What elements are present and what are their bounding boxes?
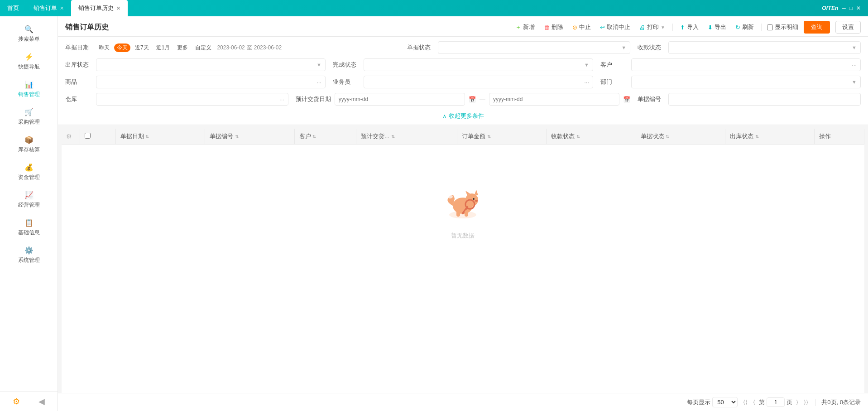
col-voucher-status-label: 单据状态 xyxy=(641,133,664,140)
show-details-checkbox[interactable] xyxy=(767,24,773,30)
col-date-label: 单据日期 xyxy=(120,133,144,140)
export-icon: ⬇ xyxy=(708,24,713,31)
delivery-date-to[interactable] xyxy=(489,93,619,106)
tab-sales-order[interactable]: 销售订单 ✕ xyxy=(26,0,71,16)
delivery-date-from-input[interactable] xyxy=(339,96,379,102)
payment-status-select[interactable]: ▼ xyxy=(668,41,861,54)
date-range-start-text: 2023-06-02 xyxy=(217,44,245,51)
tab-sales-order-history-close[interactable]: ✕ xyxy=(116,5,120,11)
empty-illustration xyxy=(440,181,485,226)
dept-select[interactable]: ▼ xyxy=(631,76,861,88)
sidebar-label-quick-nav: 快捷导航 xyxy=(18,63,40,71)
table-area: ⚙ 单据日期 ⇅ 单据编号 ⇅ xyxy=(62,129,864,393)
export-button[interactable]: ⬇ 导出 xyxy=(706,22,728,32)
sidebar-item-sales-mgmt[interactable]: 📊 销售管理 xyxy=(0,75,58,103)
goods-input[interactable]: ··· xyxy=(96,76,326,88)
col-voucher-no-sort-icon: ⇅ xyxy=(235,134,239,139)
collapse-row: ∧ 收起更多条件 xyxy=(65,110,861,120)
order-status-chevron-icon: ▼ xyxy=(621,45,626,50)
page-nav: ⟨⟨ ⟨ 第 页 ⟩ ⟩⟩ xyxy=(741,397,810,407)
order-status-select[interactable]: ▼ xyxy=(438,41,630,54)
per-page-dropdown[interactable]: 50 100 200 xyxy=(712,397,738,407)
window-maximize[interactable]: □ xyxy=(849,5,853,11)
order-status-label: 单据状态 xyxy=(407,44,434,52)
warehouse-out-label: 出库状态 xyxy=(65,61,92,69)
collapse-button[interactable]: ∧ 收起更多条件 xyxy=(442,112,484,120)
window-minimize[interactable]: ─ xyxy=(842,5,846,11)
col-voucher-status[interactable]: 单据状态 ⇅ xyxy=(636,129,725,145)
stop-button[interactable]: ⊘ 中止 xyxy=(571,22,593,32)
import-icon: ⬆ xyxy=(680,24,685,31)
col-warehouse-out[interactable]: 出库状态 ⇅ xyxy=(725,129,814,145)
date-range-inputs: 2023-06-02 至 2023-06-02 xyxy=(217,44,282,52)
page-last-button[interactable]: ⟩⟩ xyxy=(802,398,810,406)
voucher-no-input[interactable] xyxy=(668,93,861,106)
tab-home[interactable]: 首页 xyxy=(0,0,26,16)
warehouse-input[interactable]: ··· xyxy=(96,93,288,106)
delivery-date-from[interactable] xyxy=(335,93,465,106)
sidebar-item-quick-nav[interactable]: ⚡ 快捷导航 xyxy=(0,48,58,75)
page-header: 销售订单历史 ＋ 新增 🗑 删除 ⊘ 中止 ↩ 取消中止 xyxy=(58,16,868,37)
col-delivery-date[interactable]: 预计交货... ⇅ xyxy=(356,129,457,145)
page-prev-button[interactable]: ⟨ xyxy=(751,398,757,406)
settings-button[interactable]: 设置 xyxy=(835,21,861,34)
col-order-amount[interactable]: 订单金额 ⇅ xyxy=(457,129,546,145)
add-button[interactable]: ＋ 新增 xyxy=(513,22,537,32)
page-label: 页 xyxy=(786,398,792,406)
date-btn-7days[interactable]: 近7天 xyxy=(132,44,152,52)
quick-nav-icon: ⚡ xyxy=(24,52,34,61)
sidebar-item-search-menu[interactable]: 🔍 搜索菜单 xyxy=(0,20,58,48)
sidebar-item-ops-mgmt[interactable]: 📈 经营管理 xyxy=(0,186,58,213)
sidebar-item-finance-mgmt[interactable]: 💰 资金管理 xyxy=(0,158,58,186)
date-btn-yesterday[interactable]: 昨天 xyxy=(96,44,112,52)
tab-sales-order-close[interactable]: ✕ xyxy=(60,5,64,11)
col-customer-label: 客户 xyxy=(299,133,311,140)
print-button[interactable]: 🖨 打印 ▼ xyxy=(638,22,667,32)
cancel-stop-button[interactable]: ↩ 取消中止 xyxy=(598,22,632,32)
date-btn-more[interactable]: 更多 xyxy=(174,44,191,52)
svg-point-5 xyxy=(473,198,475,200)
dept-chevron-icon: ▼ xyxy=(852,79,857,85)
sidebar-item-basic-info[interactable]: 📋 基础信息 xyxy=(0,213,58,241)
page-next-button[interactable]: ⟩ xyxy=(794,398,800,406)
col-customer[interactable]: 客户 ⇅ xyxy=(294,129,356,145)
sidebar-label-ops-mgmt: 经营管理 xyxy=(18,201,40,209)
sidebar-item-system-mgmt[interactable]: ⚙️ 系统管理 xyxy=(0,241,58,269)
select-all-checkbox[interactable] xyxy=(85,133,91,139)
table-settings-icon[interactable]: ⚙ xyxy=(66,133,72,140)
settings-bottom-icon[interactable]: ⚙ xyxy=(13,396,20,406)
per-page-label: 每页显示 xyxy=(687,398,710,406)
page-number-input[interactable] xyxy=(767,397,785,407)
show-details-label: 显示明细 xyxy=(775,23,798,31)
query-button[interactable]: 查询 xyxy=(804,21,830,34)
import-button[interactable]: ⬆ 导入 xyxy=(678,22,700,32)
empty-state: 暂无数据 xyxy=(62,145,864,276)
date-btn-1month[interactable]: 近1月 xyxy=(153,44,173,52)
col-voucher-no[interactable]: 单据编号 ⇅ xyxy=(205,129,294,145)
col-order-amount-sort-icon: ⇅ xyxy=(487,134,491,139)
complete-status-select[interactable]: ▼ xyxy=(364,58,593,71)
sidebar-item-purchase-mgmt[interactable]: 🛒 采购管理 xyxy=(0,103,58,131)
filter-date: 单据日期 昨天 今天 近7天 近1月 更多 自定义 2023-06-02 xyxy=(65,44,400,52)
table-header-row: ⚙ 单据日期 ⇅ 单据编号 ⇅ xyxy=(62,129,864,145)
sidebar-item-inventory-check[interactable]: 📦 库存核算 xyxy=(0,131,58,158)
calendar-to-icon[interactable]: 📅 xyxy=(623,96,630,103)
sales-rep-input[interactable]: ··· xyxy=(364,76,593,88)
col-date[interactable]: 单据日期 ⇅ xyxy=(115,129,205,145)
expand-bottom-icon[interactable]: ◀ xyxy=(38,396,45,406)
warehouse-out-select[interactable]: ▼ xyxy=(96,58,326,71)
window-close[interactable]: ✕ xyxy=(856,5,861,11)
date-btn-today[interactable]: 今天 xyxy=(114,44,130,52)
refresh-button[interactable]: ↻ 刷新 xyxy=(734,22,756,32)
tab-sales-order-history[interactable]: 销售订单历史 ✕ xyxy=(71,0,128,16)
calendar-from-icon[interactable]: 📅 xyxy=(469,96,476,103)
date-btn-custom[interactable]: 自定义 xyxy=(192,44,214,52)
customer-input[interactable]: ··· xyxy=(631,58,861,71)
svg-rect-10 xyxy=(465,210,468,217)
delivery-date-to-input[interactable] xyxy=(493,96,534,102)
show-details-checkbox-label[interactable]: 显示明细 xyxy=(767,23,798,31)
delete-button[interactable]: 🗑 删除 xyxy=(542,22,565,32)
col-payment-status[interactable]: 收款状态 ⇅ xyxy=(547,129,636,145)
date-filter-control: 昨天 今天 近7天 近1月 更多 自定义 2023-06-02 至 2023-0… xyxy=(96,44,282,52)
page-first-button[interactable]: ⟨⟨ xyxy=(741,398,749,406)
